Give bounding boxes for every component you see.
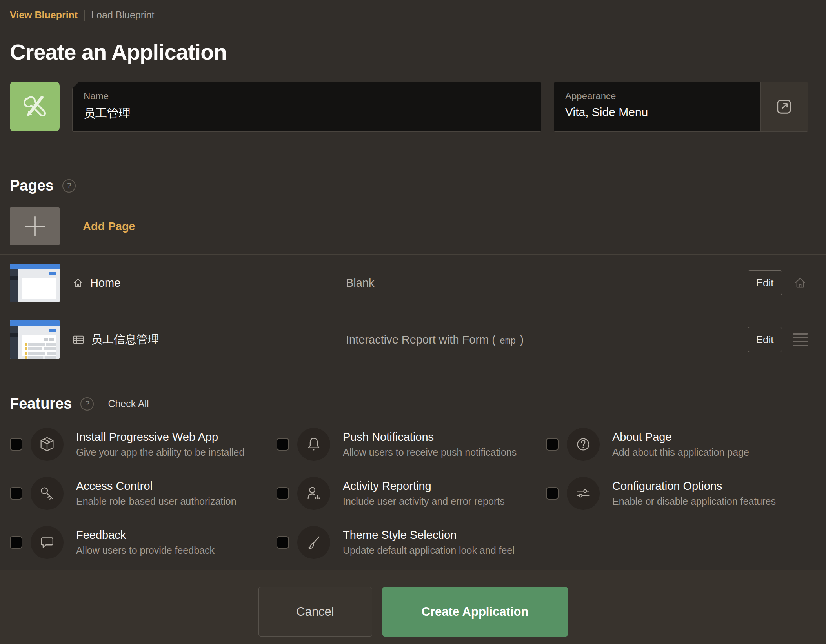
feature-description: Allow users to provide feedback xyxy=(76,545,215,556)
feature-description: Allow users to receive push notification… xyxy=(343,447,517,458)
feature-checkbox[interactable] xyxy=(277,536,289,549)
application-identity-row: Name 员工管理 Appearance Vita, Side Menu xyxy=(10,82,808,132)
blueprint-links: View Blueprint Load Blueprint xyxy=(10,9,154,21)
home-page-indicator-icon xyxy=(793,276,807,290)
name-field[interactable]: Name 员工管理 xyxy=(72,82,541,132)
features-section-head: Features ? Check All xyxy=(10,395,149,412)
feature-checkbox[interactable] xyxy=(277,438,289,451)
user-chart-icon xyxy=(297,477,330,510)
wizard-footer: Cancel Create Application xyxy=(0,570,826,644)
feature-checkbox[interactable] xyxy=(546,487,559,500)
feature-install-pwa: Install Progressive Web App Give your ap… xyxy=(10,420,277,469)
appearance-field-label: Appearance xyxy=(565,91,749,102)
key-icon xyxy=(31,477,64,510)
sliders-icon xyxy=(567,477,600,510)
feature-checkbox[interactable] xyxy=(10,536,22,549)
feature-checkbox[interactable] xyxy=(546,438,559,451)
feature-push-notifications: Push Notifications Allow users to receiv… xyxy=(277,420,546,469)
add-page-tile[interactable] xyxy=(10,207,60,245)
features-grid: Install Progressive Web App Give your ap… xyxy=(10,420,814,567)
drag-handle-icon[interactable] xyxy=(793,333,808,346)
feature-activity-reporting: Activity Reporting Include user activity… xyxy=(277,469,546,518)
feature-checkbox[interactable] xyxy=(277,487,289,500)
page-title: Create an Application xyxy=(10,39,227,65)
page-type-text: Blank xyxy=(346,277,748,289)
question-icon xyxy=(567,428,600,461)
tools-icon xyxy=(21,93,49,121)
feature-configuration-options: Configuration Options Enable or disable … xyxy=(546,469,814,518)
page-row-report[interactable]: 员工信息管理 Interactive Report with Form (emp… xyxy=(0,311,826,368)
features-help-icon[interactable]: ? xyxy=(80,397,94,411)
page-thumbnail-blank xyxy=(10,264,60,302)
speech-bubble-icon xyxy=(31,526,64,559)
pages-help-icon[interactable]: ? xyxy=(62,179,76,193)
feature-description: Give your app the ability to be installe… xyxy=(76,447,244,458)
feature-checkbox[interactable] xyxy=(10,487,22,500)
open-dialog-icon xyxy=(774,96,794,117)
page-type-text: Interactive Report with Form (emp) xyxy=(346,333,748,346)
paintbrush-icon xyxy=(297,526,330,559)
appearance-field[interactable]: Appearance Vita, Side Menu xyxy=(554,82,761,131)
name-field-value: 员工管理 xyxy=(84,106,530,122)
feature-description: Enable or disable application features xyxy=(612,496,776,507)
page-title-text: 员工信息管理 xyxy=(91,332,159,347)
feature-title: About Page xyxy=(612,431,749,444)
cancel-button[interactable]: Cancel xyxy=(258,587,372,637)
check-all-link[interactable]: Check All xyxy=(108,398,149,409)
feature-description: Add about this application page xyxy=(612,447,749,458)
feature-title: Install Progressive Web App xyxy=(76,431,244,444)
name-field-label: Name xyxy=(84,91,530,102)
feature-description: Update default application look and feel xyxy=(343,545,515,556)
grid-icon xyxy=(72,333,85,346)
load-blueprint-link[interactable]: Load Blueprint xyxy=(91,9,154,21)
add-page-row[interactable]: Add Page xyxy=(10,207,135,245)
edit-page-button[interactable]: Edit xyxy=(748,327,782,352)
pages-section-head: Pages ? xyxy=(10,177,76,194)
add-page-label[interactable]: Add Page xyxy=(83,220,135,233)
edit-page-button[interactable]: Edit xyxy=(748,270,782,295)
feature-description: Include user activity and error reports xyxy=(343,496,505,507)
feature-description: Enable role-based user authorization xyxy=(76,496,237,507)
feature-title: Push Notifications xyxy=(343,431,517,444)
home-icon xyxy=(72,277,84,289)
view-blueprint-link[interactable]: View Blueprint xyxy=(10,9,78,21)
pages-list: Home Blank Edit xyxy=(0,254,826,368)
feature-checkbox[interactable] xyxy=(10,438,22,451)
appearance-field-value: Vita, Side Menu xyxy=(565,106,749,119)
create-application-button[interactable]: Create Application xyxy=(382,587,568,637)
feature-theme-style: Theme Style Selection Update default app… xyxy=(277,518,546,567)
feature-title: Access Control xyxy=(76,480,237,493)
feature-title: Theme Style Selection xyxy=(343,529,515,542)
package-icon xyxy=(31,428,64,461)
feature-title: Feedback xyxy=(76,529,215,542)
feature-access-control: Access Control Enable role-based user au… xyxy=(10,469,277,518)
feature-title: Activity Reporting xyxy=(343,480,505,493)
edit-appearance-button[interactable] xyxy=(761,82,808,131)
page-thumbnail-report xyxy=(10,320,60,359)
plus-icon xyxy=(21,212,49,240)
appearance-group: Appearance Vita, Side Menu xyxy=(554,82,808,132)
feature-about-page: About Page Add about this application pa… xyxy=(546,420,814,469)
pages-heading: Pages xyxy=(10,177,54,194)
page-title-text: Home xyxy=(90,277,120,289)
features-heading: Features xyxy=(10,395,72,412)
app-icon-tile[interactable] xyxy=(10,82,60,131)
page-row-home[interactable]: Home Blank Edit xyxy=(0,254,826,311)
link-divider xyxy=(84,10,85,21)
bell-icon xyxy=(297,428,330,461)
feature-title: Configuration Options xyxy=(612,480,776,493)
feature-feedback: Feedback Allow users to provide feedback xyxy=(10,518,277,567)
